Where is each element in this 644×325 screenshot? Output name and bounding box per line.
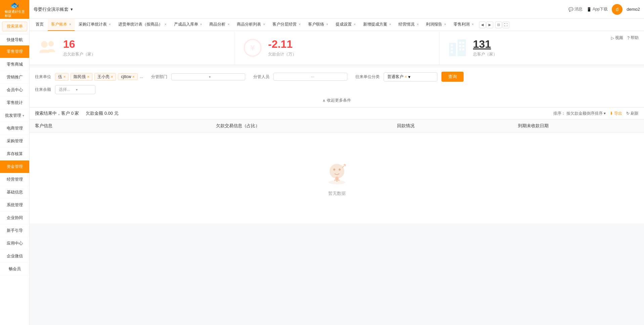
tab-product-analysis[interactable]: 商品分析 × xyxy=(206,19,233,31)
quick-nav-button[interactable]: 快捷导航 xyxy=(0,34,29,45)
refresh-button[interactable]: ↻ 刷新 xyxy=(626,111,639,116)
close-icon[interactable]: × xyxy=(354,23,356,26)
close-icon[interactable]: × xyxy=(326,23,328,26)
close-icon[interactable]: × xyxy=(299,23,301,26)
tab-customer-book[interactable]: 客户账本 × xyxy=(48,19,75,31)
tag-close-wu[interactable]: × xyxy=(63,75,66,79)
svg-line-25 xyxy=(337,180,340,180)
sidebar-item-finance[interactable]: 资金管理 xyxy=(0,160,29,173)
category-tag-close[interactable]: × xyxy=(405,75,407,79)
svg-rect-6 xyxy=(451,44,453,46)
nav-collapse-button[interactable]: ⊟ xyxy=(495,22,502,28)
sort-button[interactable]: 排序： 按欠款金额倒序排序 ▾ xyxy=(553,111,606,116)
collapse-button[interactable]: ∧ 收起更多条件 xyxy=(323,98,351,103)
tab-profit-report[interactable]: 利润报告 × xyxy=(423,19,449,31)
sidebar-item-app-center[interactable]: 应用中心 xyxy=(0,237,29,250)
chevron-down-icon: ▾ xyxy=(604,111,606,116)
svg-point-17 xyxy=(333,169,335,171)
total-customers-value: 16 xyxy=(63,38,226,50)
tab-retail-profit[interactable]: 零售利润 × xyxy=(450,19,477,31)
close-icon[interactable]: × xyxy=(444,23,446,26)
sidebar-item-ecommerce[interactable]: 电商管理 xyxy=(0,122,29,135)
app-header: 母婴行业演示账套 ▾ 💬 消息 📱 App下载 d demo2 xyxy=(30,0,644,19)
more-icon[interactable]: ··· xyxy=(311,74,344,79)
stat-links: ▷ 视频 ? 帮助 xyxy=(611,35,639,41)
search-button[interactable]: 查询 xyxy=(441,72,464,82)
tab-commission-settings[interactable]: 提成设置 × xyxy=(332,19,359,31)
tab-home[interactable]: 首页 xyxy=(32,19,47,31)
empty-state: 暂无数据 xyxy=(30,133,644,223)
tag-close-chen[interactable]: × xyxy=(87,75,89,79)
sidebar-item-member-center[interactable]: 会员中心 xyxy=(0,84,29,97)
tab-operations[interactable]: 经营情况 × xyxy=(395,19,422,31)
account-dropdown[interactable]: 母婴行业演示账套 ▾ xyxy=(34,6,73,12)
sidebar-item-retail-mgmt[interactable]: 零售管理 xyxy=(0,45,29,58)
sidebar-item-member[interactable]: 畅会员 xyxy=(0,263,29,276)
sidebar-item-wholesale[interactable]: 批发管理 ▾ xyxy=(0,109,29,122)
svg-line-24 xyxy=(334,180,337,180)
category-select[interactable]: 普通客户 × ▾ xyxy=(384,72,437,81)
close-icon[interactable]: × xyxy=(263,23,265,26)
close-icon[interactable]: × xyxy=(69,23,71,26)
nav-right-button[interactable]: ▶ xyxy=(486,22,493,28)
close-icon[interactable]: × xyxy=(417,23,419,26)
dept-select[interactable]: ▾ xyxy=(171,73,245,80)
tag-close-wang[interactable]: × xyxy=(111,75,113,79)
close-icon[interactable]: × xyxy=(472,23,474,26)
tab-product-analysis-list[interactable]: 商品分析列表 × xyxy=(233,19,268,31)
sidebar-item-purchase[interactable]: 采购管理 xyxy=(0,135,29,148)
total-clients-label: 总客户（家） xyxy=(473,51,636,57)
message-button[interactable]: 💬 消息 xyxy=(568,6,583,12)
close-icon[interactable]: × xyxy=(200,23,202,26)
search-menu-button[interactable]: 搜索菜单 xyxy=(2,22,27,31)
username: demo2 xyxy=(627,7,640,12)
person-filter-label: 分管人员 xyxy=(253,74,269,80)
tag-close-cjttcw[interactable]: × xyxy=(132,75,134,79)
close-icon[interactable]: × xyxy=(165,23,167,26)
tab-commission-plan[interactable]: 新增提成方案 × xyxy=(360,19,395,31)
video-link[interactable]: ▷ 视频 xyxy=(611,35,623,41)
filter-more-button[interactable]: ... xyxy=(140,74,143,79)
sidebar-item-marketing[interactable]: 营销推广 xyxy=(0,71,29,84)
results-bar: 搜索结果中，客户 0 家 欠款金额 0.00 元 排序： 按欠款金额倒序排序 ▾ xyxy=(30,108,644,119)
sidebar-item-operations[interactable]: 经营管理 xyxy=(0,173,29,186)
sidebar-item-system[interactable]: 系统管理 xyxy=(0,199,29,212)
sidebar-item-enterprise[interactable]: 企业协同 xyxy=(0,212,29,224)
logo[interactable]: 🐟 畅捷通好生意 标版 xyxy=(0,0,29,19)
message-icon: 💬 xyxy=(568,7,573,12)
tab-product-inbound[interactable]: 产成品入库单 × xyxy=(171,19,206,31)
filter-tag-chen: 陈民强 × xyxy=(71,73,92,81)
header-user-area: 💬 消息 📱 App下载 d demo2 xyxy=(568,4,640,15)
nav-left-button[interactable]: ◀ xyxy=(479,22,486,28)
tab-customer-tier[interactable]: 客户分层经营 × xyxy=(269,19,304,31)
export-button[interactable]: ⬇ 导出 xyxy=(610,111,622,116)
sidebar-item-newbie[interactable]: 新手引导 xyxy=(0,224,29,237)
help-link[interactable]: ? 帮助 xyxy=(627,35,639,41)
person-input[interactable]: ··· xyxy=(273,73,347,81)
nav-fullscreen-button[interactable]: ⛶ xyxy=(503,22,509,28)
sidebar-item-retail-mall[interactable]: 零售商城 xyxy=(0,58,29,71)
stat-content-amount: -2.11 欠款合计（万） xyxy=(268,38,431,57)
tab-purchase-order-stats[interactable]: 采购订单统计表 × xyxy=(75,19,114,31)
balance-select[interactable]: 选择... ▾ xyxy=(55,85,95,94)
close-icon[interactable]: × xyxy=(227,23,229,26)
tab-customer-contact[interactable]: 客户联络 × xyxy=(305,19,332,31)
close-icon[interactable]: × xyxy=(389,23,391,26)
unit-filter-tags: 伍 × 陈民强 × 王小亮 × cjttcw × xyxy=(55,73,143,81)
app-download-button[interactable]: 📱 App下载 xyxy=(587,6,608,12)
sidebar-item-base-info[interactable]: 基础信息 xyxy=(0,186,29,199)
svg-line-19 xyxy=(342,165,345,168)
video-icon: ▷ xyxy=(611,36,614,40)
filter-tag-wang: 王小亮 × xyxy=(94,73,116,81)
avatar[interactable]: d xyxy=(612,4,622,15)
filter-tag-wu: 伍 × xyxy=(55,73,69,81)
sidebar-item-inventory[interactable]: 库存核算 xyxy=(0,148,29,160)
sidebar-item-retail-stats[interactable]: 零售统计 xyxy=(0,97,29,109)
building-icon xyxy=(447,38,468,58)
chevron-down-icon: ▾ xyxy=(71,7,73,12)
tab-inbound-stats[interactable]: 进货单统计表（按商品） × xyxy=(115,19,170,31)
svg-point-18 xyxy=(339,169,341,171)
svg-rect-7 xyxy=(451,48,453,50)
close-icon[interactable]: × xyxy=(109,23,111,26)
sidebar-item-wechat[interactable]: 企业微信 xyxy=(0,250,29,263)
